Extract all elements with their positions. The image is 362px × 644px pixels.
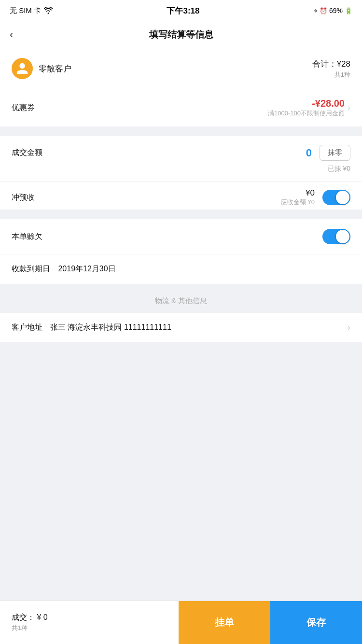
debit-label: 本单赊欠	[12, 232, 42, 242]
debit-row: 本单赊欠	[0, 219, 362, 254]
amount-sub-text: 已抹 ¥0	[0, 165, 362, 181]
prepay-row: 冲预收 ¥0 应收金额 ¥0	[0, 181, 362, 210]
debit-toggle-knob	[336, 230, 349, 243]
bottom-deal: 成交： ¥ 0	[12, 613, 167, 623]
location-icon: ⌖	[314, 7, 318, 15]
amount-right: 0 抹零	[306, 145, 350, 161]
date-row[interactable]: 收款到期日 2019年12月30日	[0, 254, 362, 284]
logistics-title: 物流 & 其他信息	[155, 296, 207, 306]
user-icon	[15, 62, 29, 75]
coupon-right: -¥28.00 满1000-100不限制使用金额 ›	[268, 98, 350, 118]
item-count: 共1种	[312, 70, 350, 79]
coupon-text: -¥28.00 满1000-100不限制使用金额	[268, 98, 345, 118]
prepay-sub: 应收金额 ¥0	[281, 198, 315, 207]
coupon-desc: 满1000-100不限制使用金额	[268, 109, 345, 118]
address-label: 客户地址	[12, 322, 42, 333]
nav-bar: ‹ 填写结算等信息	[0, 21, 362, 48]
date-label: 收款到期日	[12, 265, 50, 273]
address-value: 张三 海淀永丰科技园 11111111111	[50, 322, 348, 333]
prepay-toggle[interactable]	[322, 190, 350, 205]
debit-toggle[interactable]	[322, 229, 350, 244]
status-time: 下午3:18	[167, 5, 199, 16]
amount-value[interactable]: 0	[306, 147, 312, 159]
amount-label: 成交金额	[12, 148, 42, 158]
back-button[interactable]: ‹	[10, 28, 13, 41]
section-divider-2	[0, 214, 362, 219]
toggle-knob	[336, 191, 349, 204]
total-amount: 合计：¥28	[312, 58, 350, 70]
prepay-amounts: ¥0 应收金额 ¥0	[281, 188, 315, 207]
transaction-section: 成交金额 0 抹零 已抹 ¥0 冲预收 ¥0 应收金额 ¥0	[0, 136, 362, 210]
prepay-label: 冲预收	[12, 193, 35, 203]
status-right: ⌖ ⏰ 69% 🔋	[314, 7, 352, 15]
address-section: 客户地址 张三 海淀永丰科技园 11111111111 ›	[0, 313, 362, 342]
logistics-line-right	[215, 301, 354, 301]
bottom-info: 成交： ¥ 0 共1种	[0, 613, 179, 632]
customer-left: 零散客户	[12, 58, 71, 79]
avatar	[12, 58, 33, 79]
page-title: 填写结算等信息	[149, 28, 213, 41]
customer-section: 零散客户 合计：¥28 共1种 优惠券 -¥28.00 满1000-100不限制…	[0, 48, 362, 126]
round-off-button[interactable]: 抹零	[320, 145, 350, 161]
customer-right: 合计：¥28 共1种	[312, 58, 350, 79]
section-divider-1	[0, 131, 362, 136]
bottom-spacer	[0, 347, 362, 405]
alarm-icon: ⏰	[320, 7, 327, 14]
coupon-label: 优惠券	[12, 103, 35, 113]
no-sim-text: 无 SIM 卡	[10, 6, 41, 15]
bottom-count: 共1种	[12, 624, 167, 632]
address-chevron-icon: ›	[348, 322, 350, 333]
deal-label: 成交：	[12, 613, 35, 621]
battery-icon: 🔋	[345, 7, 352, 14]
logistics-header: 物流 & 其他信息	[0, 289, 362, 313]
status-bar: 无 SIM 卡 下午3:18 ⌖ ⏰ 69% 🔋	[0, 0, 362, 21]
coupon-amount: -¥28.00	[268, 98, 345, 109]
prepay-right: ¥0 应收金额 ¥0	[281, 188, 350, 207]
hold-button[interactable]: 挂单	[179, 601, 270, 644]
address-row[interactable]: 客户地址 张三 海淀永丰科技园 11111111111 ›	[0, 313, 362, 342]
battery-text: 69%	[329, 7, 343, 14]
customer-row: 零散客户 合计：¥28 共1种	[0, 48, 362, 89]
chevron-right-icon: ›	[348, 103, 350, 113]
amount-row: 成交金额 0 抹零	[0, 136, 362, 165]
debit-section: 本单赊欠 收款到期日 2019年12月30日	[0, 219, 362, 284]
status-left: 无 SIM 卡	[10, 6, 53, 15]
wifi-icon	[44, 7, 53, 14]
coupon-row[interactable]: 优惠券 -¥28.00 满1000-100不限制使用金额 ›	[0, 89, 362, 126]
save-button[interactable]: 保存	[270, 601, 362, 644]
customer-name: 零散客户	[39, 63, 71, 74]
logistics-line-left	[8, 301, 147, 301]
date-value: 2019年12月30日	[58, 265, 115, 273]
deal-value: ¥ 0	[37, 613, 47, 621]
prepay-value: ¥0	[281, 188, 315, 198]
bottom-bar: 成交： ¥ 0 共1种 挂单 保存	[0, 601, 362, 644]
